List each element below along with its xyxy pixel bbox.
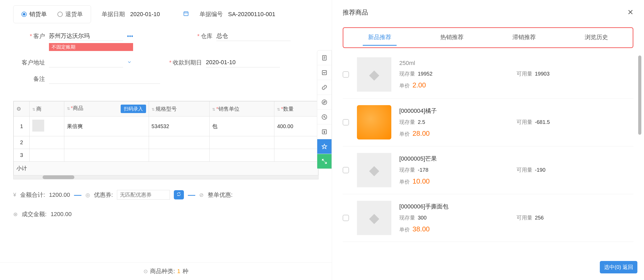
selected-return-button[interactable]: 选中(0) 返回 (600, 261, 637, 273)
product-checkbox[interactable] (343, 167, 349, 173)
horizontal-scrollbar[interactable] (13, 175, 318, 179)
unit-col[interactable]: ⇅*销售单位 (210, 101, 274, 116)
star-icon[interactable] (317, 139, 332, 154)
return-order-radio[interactable]: 退货单 (57, 10, 83, 18)
doc-date-field: 单据日期 (102, 10, 189, 18)
product-checkbox[interactable] (343, 71, 349, 78)
doc-no-label: 单据编号 (199, 10, 223, 18)
product-item: [0000004]橘子 现存量2.5 可用量-681.5 单价28.00 (343, 99, 633, 146)
close-icon[interactable]: ✕ (627, 8, 633, 17)
product-thumb (32, 120, 44, 132)
link-icon[interactable] (317, 80, 332, 95)
radio-icon (21, 12, 27, 17)
product-item: ◆ [0000005]芒果 现存量-178 可用量-190 单价10.00 (343, 146, 633, 194)
product-checkbox[interactable] (343, 215, 349, 221)
settings-col[interactable]: ⚙ (14, 101, 30, 116)
sales-order-radio[interactable]: 销货单 (21, 10, 47, 18)
img-col[interactable]: ⇅商 (30, 101, 64, 116)
product-item: ◆ [0000006]手撕面包 现存量300 可用量256 单价38.00 (343, 194, 633, 242)
kind-icon: ⊙ (143, 268, 148, 274)
doc-no-input[interactable] (228, 11, 294, 18)
customer-badge: 不固定账期 (49, 43, 133, 51)
customer-label: *客户 (13, 32, 45, 40)
currency-icon[interactable] (317, 124, 332, 139)
address-label: 客户地址 (13, 59, 45, 67)
remark-input[interactable] (49, 74, 160, 84)
discount-icon: ⊘ (199, 192, 204, 198)
deal-label: 成交金额: (22, 210, 47, 218)
radio-label: 退货单 (65, 10, 83, 18)
rec-tab-0[interactable]: 新品推荐 (363, 30, 397, 46)
coupon-input[interactable] (117, 190, 170, 200)
expand-icon[interactable] (317, 154, 332, 169)
table-row[interactable]: 3 (14, 149, 318, 162)
deal-icon: ⊛ (13, 211, 18, 217)
rec-tabs-highlight: 新品推荐热销推荐滞销推荐浏览历史 (343, 27, 633, 48)
scan-badge[interactable]: 扫码录入 (121, 105, 146, 113)
coupon-label: 优惠券: (94, 191, 113, 199)
radio-label: 销货单 (29, 10, 47, 18)
product-image: ◆ (357, 153, 391, 187)
product-col[interactable]: ⇅*商品扫码录入 (64, 101, 149, 116)
minus-icon: — (74, 191, 81, 199)
table-row[interactable]: 2 (14, 136, 318, 149)
product-checkbox[interactable] (343, 119, 349, 125)
rec-tab-3[interactable]: 浏览历史 (579, 30, 613, 46)
more-icon[interactable]: ••• (127, 33, 133, 40)
deal-value: 1200.00 (51, 211, 72, 218)
cancel-icon[interactable] (317, 110, 332, 124)
subtotal-row: 小计 (14, 162, 318, 175)
rec-tab-1[interactable]: 热销推荐 (435, 30, 469, 46)
transfer-icon[interactable] (317, 95, 332, 110)
vertical-scrollbar[interactable] (638, 55, 641, 135)
kind-unit: 种 (183, 267, 188, 275)
due-input[interactable] (206, 58, 280, 67)
product-image (357, 105, 391, 139)
rec-tab-2[interactable]: 滞销推荐 (507, 30, 541, 46)
product-item: ◆ 250ml 现存量19952 可用量19903 单价2.00 (343, 51, 633, 99)
remark-label: 备注 (13, 75, 45, 83)
amount-label: 金额合计: (20, 191, 45, 199)
customer-input[interactable] (49, 31, 123, 41)
product-image: ◆ (357, 57, 391, 92)
svg-point-4 (322, 115, 327, 119)
refresh-button[interactable] (174, 190, 184, 199)
doc-no-field: 单据编号 (199, 10, 294, 18)
coupon-icon: ◎ (85, 192, 90, 198)
doc-type-group: 销货单 退货单 (13, 5, 91, 23)
panel-title: 推荐商品 (343, 8, 368, 17)
qty-col[interactable]: ⇅*数量 (274, 101, 318, 116)
svg-rect-0 (184, 12, 188, 16)
document-icon[interactable] (317, 50, 332, 65)
kind-count: 1 (177, 268, 180, 275)
gear-icon: ⚙ (16, 106, 21, 112)
address-input[interactable] (49, 58, 123, 67)
doc-date-label: 单据日期 (102, 10, 125, 18)
product-image: ◆ (357, 201, 391, 235)
due-label: *收款到期日 (162, 59, 202, 67)
amount-value: 1200.00 (49, 192, 70, 198)
calendar-icon[interactable] (183, 11, 189, 18)
yen-icon: ¥ (13, 192, 16, 198)
spec-col[interactable]: ⇅规格型号 (149, 101, 210, 116)
chevron-down-icon[interactable] (127, 60, 132, 65)
chart-icon[interactable] (317, 65, 332, 80)
warehouse-label: *仓库 (181, 32, 212, 40)
side-toolbar (317, 50, 332, 169)
discount-label: 整单优惠: (208, 191, 233, 199)
svg-point-3 (322, 100, 327, 105)
kind-label: 商品种类: (150, 267, 175, 275)
doc-date-input[interactable] (130, 11, 178, 18)
radio-icon (57, 12, 63, 17)
warehouse-input[interactable] (216, 31, 291, 41)
minus-icon: — (188, 191, 195, 199)
table-row[interactable]: 1 果倍爽 534532 包 400.00 (14, 116, 318, 136)
